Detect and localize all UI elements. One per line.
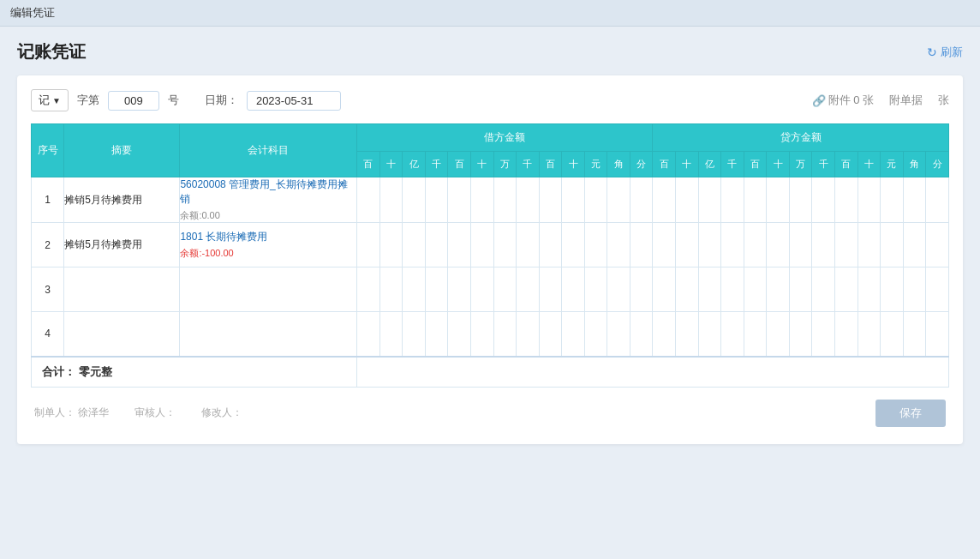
- debit-amount-cell[interactable]: [448, 223, 471, 267]
- credit-amount-cell[interactable]: [698, 312, 721, 357]
- debit-amount-cell[interactable]: [425, 223, 448, 267]
- debit-amount-cell[interactable]: [493, 267, 517, 312]
- credit-amount-cell[interactable]: [834, 267, 858, 312]
- debit-amount-cell[interactable]: [584, 177, 607, 223]
- credit-amount-cell[interactable]: [881, 312, 904, 357]
- credit-amount-cell[interactable]: [721, 267, 744, 312]
- debit-amount-cell[interactable]: [357, 177, 380, 223]
- credit-amount-cell[interactable]: [653, 223, 676, 267]
- debit-amount-cell[interactable]: [607, 312, 630, 357]
- credit-amount-cell[interactable]: [676, 267, 699, 312]
- credit-amount-cell[interactable]: [676, 177, 699, 223]
- debit-amount-cell[interactable]: [517, 177, 540, 223]
- debit-amount-cell[interactable]: [607, 177, 630, 223]
- credit-amount-cell[interactable]: [789, 312, 812, 357]
- credit-amount-cell[interactable]: [767, 223, 790, 267]
- credit-amount-cell[interactable]: [858, 267, 881, 312]
- debit-amount-cell[interactable]: [493, 312, 517, 357]
- debit-amount-cell[interactable]: [357, 223, 380, 267]
- debit-amount-cell[interactable]: [584, 312, 607, 357]
- account-cell[interactable]: 1801 长期待摊费用余额:-100.00: [180, 223, 357, 267]
- debit-amount-cell[interactable]: [470, 177, 493, 223]
- credit-amount-cell[interactable]: [721, 177, 744, 223]
- credit-amount-cell[interactable]: [812, 267, 835, 312]
- debit-amount-cell[interactable]: [425, 177, 448, 223]
- debit-amount-cell[interactable]: [539, 267, 562, 312]
- credit-amount-cell[interactable]: [698, 177, 721, 223]
- credit-amount-cell[interactable]: [767, 177, 790, 223]
- save-button[interactable]: 保存: [875, 400, 946, 427]
- debit-amount-cell[interactable]: [403, 223, 426, 267]
- debit-amount-cell[interactable]: [562, 177, 585, 223]
- debit-amount-cell[interactable]: [517, 267, 540, 312]
- credit-amount-cell[interactable]: [767, 267, 790, 312]
- date-input[interactable]: [247, 91, 341, 111]
- debit-amount-cell[interactable]: [630, 177, 653, 223]
- credit-amount-cell[interactable]: [903, 312, 926, 357]
- voucher-type-button[interactable]: 记 ▼: [31, 89, 69, 111]
- credit-amount-cell[interactable]: [721, 223, 744, 267]
- debit-amount-cell[interactable]: [539, 312, 562, 357]
- debit-amount-cell[interactable]: [493, 223, 517, 267]
- debit-amount-cell[interactable]: [562, 267, 585, 312]
- credit-amount-cell[interactable]: [834, 223, 858, 267]
- credit-amount-cell[interactable]: [744, 312, 767, 357]
- credit-amount-cell[interactable]: [926, 177, 949, 223]
- credit-amount-cell[interactable]: [653, 177, 676, 223]
- credit-amount-cell[interactable]: [744, 223, 767, 267]
- credit-amount-cell[interactable]: [903, 223, 926, 267]
- credit-amount-cell[interactable]: [834, 312, 858, 357]
- debit-amount-cell[interactable]: [448, 267, 471, 312]
- debit-amount-cell[interactable]: [562, 312, 585, 357]
- credit-amount-cell[interactable]: [698, 267, 721, 312]
- debit-amount-cell[interactable]: [403, 267, 426, 312]
- debit-amount-cell[interactable]: [517, 223, 540, 267]
- account-cell[interactable]: [180, 312, 357, 357]
- credit-amount-cell[interactable]: [789, 267, 812, 312]
- debit-amount-cell[interactable]: [493, 177, 517, 223]
- account-cell[interactable]: 56020008 管理费用_长期待摊费用摊销余额:0.00: [180, 177, 357, 223]
- credit-amount-cell[interactable]: [903, 177, 926, 223]
- summary-cell[interactable]: 摊销5月待摊费用: [64, 223, 180, 267]
- credit-amount-cell[interactable]: [744, 177, 767, 223]
- credit-amount-cell[interactable]: [653, 312, 676, 357]
- debit-amount-cell[interactable]: [630, 267, 653, 312]
- credit-amount-cell[interactable]: [721, 312, 744, 357]
- debit-amount-cell[interactable]: [584, 223, 607, 267]
- summary-cell[interactable]: [64, 312, 180, 357]
- credit-amount-cell[interactable]: [676, 312, 699, 357]
- voucher-number-input[interactable]: [108, 91, 159, 111]
- debit-amount-cell[interactable]: [425, 312, 448, 357]
- credit-amount-cell[interactable]: [881, 177, 904, 223]
- debit-amount-cell[interactable]: [448, 177, 471, 223]
- credit-amount-cell[interactable]: [903, 267, 926, 312]
- debit-amount-cell[interactable]: [379, 267, 403, 312]
- debit-amount-cell[interactable]: [357, 267, 380, 312]
- credit-amount-cell[interactable]: [812, 223, 835, 267]
- credit-amount-cell[interactable]: [789, 177, 812, 223]
- debit-amount-cell[interactable]: [470, 223, 493, 267]
- debit-amount-cell[interactable]: [448, 312, 471, 357]
- credit-amount-cell[interactable]: [881, 223, 904, 267]
- credit-amount-cell[interactable]: [926, 312, 949, 357]
- credit-amount-cell[interactable]: [858, 312, 881, 357]
- debit-amount-cell[interactable]: [584, 267, 607, 312]
- debit-amount-cell[interactable]: [470, 312, 493, 357]
- debit-amount-cell[interactable]: [357, 312, 380, 357]
- debit-amount-cell[interactable]: [403, 312, 426, 357]
- debit-amount-cell[interactable]: [630, 223, 653, 267]
- credit-amount-cell[interactable]: [744, 267, 767, 312]
- debit-amount-cell[interactable]: [562, 223, 585, 267]
- summary-cell[interactable]: [64, 267, 180, 312]
- summary-cell[interactable]: 摊销5月待摊费用: [64, 177, 180, 223]
- credit-amount-cell[interactable]: [881, 267, 904, 312]
- debit-amount-cell[interactable]: [539, 177, 562, 223]
- debit-amount-cell[interactable]: [403, 177, 426, 223]
- debit-amount-cell[interactable]: [607, 223, 630, 267]
- debit-amount-cell[interactable]: [425, 267, 448, 312]
- debit-amount-cell[interactable]: [379, 223, 403, 267]
- account-cell[interactable]: [180, 267, 357, 312]
- credit-amount-cell[interactable]: [926, 267, 949, 312]
- credit-amount-cell[interactable]: [698, 223, 721, 267]
- debit-amount-cell[interactable]: [470, 267, 493, 312]
